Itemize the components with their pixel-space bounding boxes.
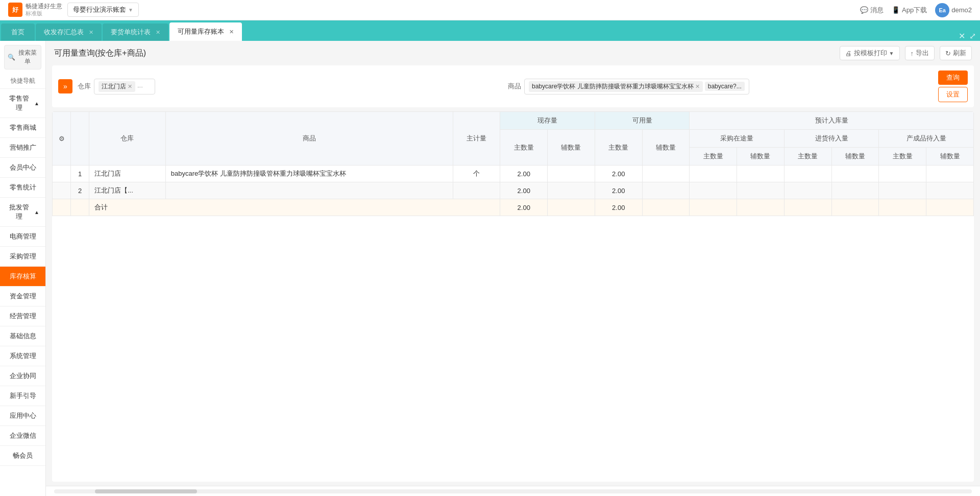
message-btn[interactable]: 💬 消息 [860,6,884,15]
th-settings[interactable]: ⚙ [53,112,71,166]
warehouse-tag: 江北门店 ✕ [99,81,135,92]
row2-purchase-main [690,182,737,199]
sidebar-item-operations[interactable]: 经营管理 [0,306,45,326]
sidebar-item-retail-stats[interactable]: 零售统计 [0,178,45,198]
close-all-icon[interactable]: ✕ [959,31,965,41]
th-main-unit: 主计量 [453,112,500,166]
th-inbound-aux: 辅数量 [831,148,879,166]
row1-purchase-aux [737,166,785,182]
top-bar-right: 💬 消息 📱 App下载 Ea demo2 [860,3,972,17]
th-available-aux-qty: 辅数量 [642,130,690,166]
tab-home[interactable]: 首页 [1,23,35,41]
th-no [71,112,89,166]
tab-receive-close[interactable]: ✕ [89,29,93,36]
quick-nav-btn[interactable]: 快捷导航 [0,74,45,89]
table-container: ⚙ 仓库 商品 主计量 现存量 可用量 预计入库量 主数量 辅数量 主数量 辅数… [52,111,974,482]
sidebar-item-retail-mgmt[interactable]: 零售管理 ▲ [0,89,45,118]
account-selector[interactable]: 母婴行业演示账套 ▼ [67,3,139,17]
table-row: 1 江北门店 babycare学饮杯 儿童防摔防撞吸管杯重力球吸嘴杯宝宝水杯 个… [53,166,974,182]
sidebar-item-new-guide[interactable]: 新手引导 [0,386,45,406]
row1-inbound-main [784,166,831,182]
row2-product [165,182,453,199]
tab-available-close[interactable]: ✕ [229,29,234,35]
total-empty2 [71,199,89,216]
top-bar: 好 畅捷通好生意 标准版 母婴行业演示账套 ▼ 💬 消息 📱 App下载 Ea … [0,0,980,20]
sidebar: 🔍 搜索菜单 快捷导航 零售管理 ▲ 零售商城 营销推广 会员中心 零售统计 批… [0,41,46,496]
tab-bar-right: ✕ ⤢ [959,31,980,41]
th-product-main: 主数量 [879,148,926,166]
scrollbar-thumb[interactable] [95,489,197,493]
sidebar-item-enterprise[interactable]: 企业协同 [0,366,45,386]
warehouse-more-icon[interactable]: ··· [137,83,143,90]
product-input[interactable]: babycare学饮杯 儿童防摔防撞吸管杯重力球吸嘴杯宝宝水杯 ✕ babyca… [524,79,749,95]
search-menu-btn[interactable]: 🔍 搜索菜单 [4,45,41,69]
row1-purchase-main [690,166,737,182]
sidebar-item-vip[interactable]: 畅会员 [0,446,45,466]
warehouse-input[interactable]: 江北门店 ✕ ··· [94,79,155,95]
query-btn[interactable]: 查询 [938,70,968,85]
total-p3 [784,199,831,216]
tab-receive[interactable]: 收发存汇总表 ✕ [36,23,102,41]
row2-no: 2 [71,182,89,199]
row2-unit [453,182,500,199]
th-purchase-in-transit: 采购在途量 [690,130,785,148]
filter-toggle-btn[interactable]: » [58,79,72,93]
filter-area: » 仓库 江北门店 ✕ ··· 商品 babycare学饮杯 儿童防摔防撞吸管杯… [52,65,974,107]
sidebar-item-finance[interactable]: 资金管理 [0,287,45,306]
content-area: 可用量查询(按仓库+商品) 🖨 按模板打印 ▼ ↑ 导出 ↻ 刷新 [46,41,980,496]
maximize-icon[interactable]: ⤢ [969,31,976,41]
sidebar-item-system[interactable]: 系统管理 [0,346,45,366]
row1-current-aux [548,166,595,182]
arrow-icon-2: ▲ [34,209,39,215]
sidebar-item-inventory[interactable]: 库存核算 [0,267,45,287]
th-purchase-aux: 辅数量 [737,148,785,166]
product-tag1-remove[interactable]: ✕ [695,83,700,90]
sidebar-item-wholesale[interactable]: 批发管理 ▲ [0,198,45,227]
arrow-icon: ▲ [34,101,39,106]
scrollbar-track[interactable] [54,489,972,493]
th-current-main-qty: 主数量 [500,130,548,166]
app-download-btn[interactable]: 📱 App下载 [892,6,927,15]
warehouse-tag-remove[interactable]: ✕ [128,83,132,90]
dropdown-arrow-icon: ▼ [128,7,133,13]
print-btn[interactable]: 🖨 按模板打印 ▼ [840,46,900,60]
sidebar-item-purchase[interactable]: 采购管理 [0,247,45,267]
row2-product-aux [926,182,974,199]
row1-available-aux [642,166,690,182]
product-tag1: babycare学饮杯 儿童防摔防撞吸管杯重力球吸嘴杯宝宝水杯 ✕ [529,81,703,92]
th-purchase-main: 主数量 [690,148,737,166]
tab-available[interactable]: 可用量库存账本 ✕ [169,22,242,41]
total-row: 合计 2.00 2.00 [53,199,974,216]
sidebar-item-basic-info[interactable]: 基础信息 [0,326,45,346]
sidebar-item-retail-shop[interactable]: 零售商城 [0,118,45,138]
th-expected-inbound: 预计入库量 [690,112,974,130]
user-profile[interactable]: Ea demo2 [935,3,972,17]
th-current-stock: 现存量 [500,112,595,130]
total-available-aux [642,199,690,216]
refresh-btn[interactable]: ↻ 刷新 [940,46,972,60]
export-btn[interactable]: ↑ 导出 [905,46,935,60]
refresh-icon: ↻ [945,50,951,57]
settings-filter-btn[interactable]: 设置 [938,87,968,102]
th-available-main-qty: 主数量 [595,130,642,166]
th-warehouse: 仓库 [89,112,166,166]
page-header: 可用量查询(按仓库+商品) 🖨 按模板打印 ▼ ↑ 导出 ↻ 刷新 [46,41,980,65]
row1-warehouse: 江北门店 [89,166,166,182]
total-empty1 [53,199,71,216]
sidebar-item-enterprise-wechat[interactable]: 企业微信 [0,426,45,446]
warehouse-filter-group: 仓库 江北门店 ✕ ··· [78,79,503,95]
product-tag2: babycare?... [705,82,745,91]
sidebar-item-member[interactable]: 会员中心 [0,158,45,178]
product-filter-group: 商品 babycare学饮杯 儿童防摔防撞吸管杯重力球吸嘴杯宝宝水杯 ✕ bab… [508,79,933,95]
total-current-aux [548,199,595,216]
sidebar-item-app-center[interactable]: 应用中心 [0,406,45,426]
th-inbound-pending: 进货待入量 [784,130,879,148]
row1-no: 1 [71,166,89,182]
data-table: ⚙ 仓库 商品 主计量 现存量 可用量 预计入库量 主数量 辅数量 主数量 辅数… [52,111,974,216]
logo-area: 好 畅捷通好生意 标准版 [8,3,62,17]
tab-order[interactable]: 要货单统计表 ✕ [103,23,168,41]
sidebar-item-marketing[interactable]: 营销推广 [0,138,45,158]
tab-order-close[interactable]: ✕ [156,29,160,36]
th-product-pending: 产成品待入量 [879,130,974,148]
sidebar-item-ecommerce[interactable]: 电商管理 [0,227,45,247]
